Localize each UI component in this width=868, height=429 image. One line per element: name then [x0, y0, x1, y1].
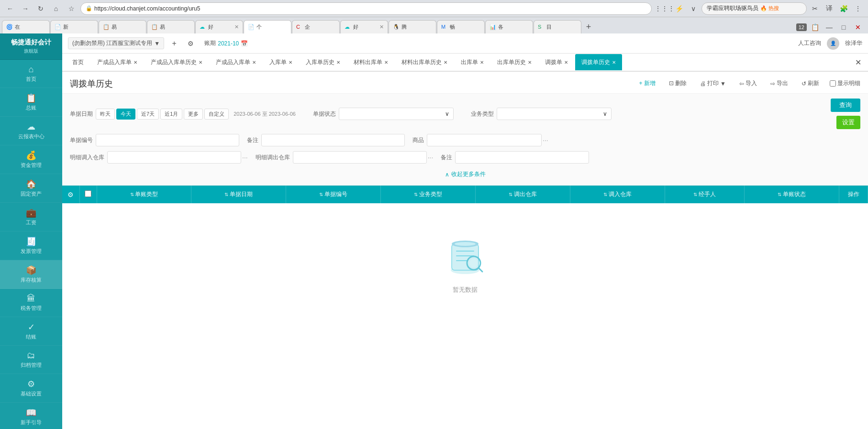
- sidebar-item-general-ledger[interactable]: 📋 总账: [0, 88, 62, 117]
- sidebar-item-reports[interactable]: ☁ 云报表中心: [0, 117, 62, 145]
- detail-in-input[interactable]: [107, 151, 241, 164]
- company-selector[interactable]: (勿删勿禁用) 江西服宝测试专用 ▼: [68, 37, 164, 49]
- reload-button[interactable]: ↻: [34, 2, 47, 15]
- lightning-icon-btn[interactable]: ⚡: [673, 2, 685, 15]
- sidebar-item-home[interactable]: ⌂ 首页: [0, 60, 62, 88]
- tab-5-close[interactable]: ✕: [233, 24, 239, 30]
- page-tab-in[interactable]: 入库单 ✕: [263, 54, 299, 70]
- tab-out-close[interactable]: ✕: [480, 60, 484, 65]
- th-doc-status[interactable]: 单账状态: [745, 186, 839, 203]
- page-tab-transfer-history[interactable]: 调拨单历史 ✕: [575, 54, 622, 70]
- date-btn-custom[interactable]: 自定义: [204, 109, 229, 120]
- th-doc-date[interactable]: 单据日期: [191, 186, 286, 203]
- extensions-icon-btn[interactable]: 🧩: [837, 2, 850, 15]
- sidebar-item-settings[interactable]: ⚙ 基础设置: [0, 374, 62, 403]
- tab-product-in-close[interactable]: ✕: [134, 60, 137, 65]
- show-cols-checkbox-label[interactable]: 显示明细: [830, 79, 860, 88]
- window-close-btn[interactable]: ✕: [852, 21, 864, 33]
- tab-menu-btn[interactable]: 📋: [809, 21, 821, 33]
- sidebar-item-payroll[interactable]: 💼 工资: [0, 203, 62, 231]
- date-btn-more[interactable]: 更多: [184, 109, 203, 120]
- browser-tab-9[interactable]: 🐧 腾: [389, 20, 436, 33]
- gear-icon[interactable]: ⚙: [67, 191, 74, 198]
- calendar-icon[interactable]: 📅: [241, 40, 248, 47]
- forward-button[interactable]: →: [19, 2, 32, 15]
- status-select[interactable]: ∨: [339, 108, 454, 120]
- refresh-button[interactable]: ↺ 刷新: [797, 77, 824, 89]
- goods-more-icon[interactable]: ···: [543, 136, 548, 144]
- home-button[interactable]: ⌂: [50, 2, 62, 15]
- star-button[interactable]: ☆: [65, 2, 78, 15]
- header-settings-btn[interactable]: ⚙: [184, 37, 197, 50]
- th-doc-no[interactable]: 单据编号: [286, 186, 381, 203]
- remark-input[interactable]: [261, 134, 405, 146]
- scissors-icon-btn[interactable]: ✂: [809, 2, 821, 15]
- th-handler[interactable]: 经手人: [665, 186, 745, 203]
- maximize-btn[interactable]: □: [837, 21, 850, 33]
- detail-out-more-icon[interactable]: ···: [428, 154, 434, 161]
- new-button[interactable]: + 新增: [634, 77, 660, 89]
- sidebar-item-inventory[interactable]: 📦 库存核算: [0, 260, 62, 289]
- chevron-down-btn[interactable]: ∨: [687, 2, 700, 15]
- detail-remark-input[interactable]: [455, 151, 589, 164]
- tab-in-close[interactable]: ✕: [289, 60, 292, 65]
- tab-in-history-close[interactable]: ✕: [336, 60, 340, 65]
- browser-tab-10[interactable]: M 畅: [437, 20, 485, 33]
- tab-product-in2-close[interactable]: ✕: [252, 60, 256, 65]
- translate-icon-btn[interactable]: 译: [823, 2, 835, 15]
- settings-button[interactable]: 设置: [836, 116, 860, 129]
- sidebar-item-fixed-assets[interactable]: 🏠 固定资产: [0, 174, 62, 203]
- detail-out-input[interactable]: [293, 151, 427, 164]
- browser-tab-7[interactable]: C 企: [292, 20, 340, 33]
- date-btn-7days[interactable]: 近7天: [137, 109, 159, 120]
- browser-tab-8[interactable]: ☁ 好 ✕: [340, 20, 388, 33]
- browser-tab-12[interactable]: S 目: [534, 20, 581, 33]
- date-btn-yesterday[interactable]: 昨天: [96, 109, 115, 120]
- import-button[interactable]: ⇦ 导入: [734, 77, 762, 89]
- sidebar-item-invoices[interactable]: 🧾 发票管理: [0, 231, 62, 260]
- delete-button[interactable]: ⊡ 删除: [664, 77, 691, 89]
- doc-no-input[interactable]: [96, 134, 239, 146]
- search-bar[interactable]: 学霸应聘职场驱鸟员 🔥 热搜: [701, 2, 807, 15]
- browser-tab-4[interactable]: 📋 易: [147, 20, 195, 33]
- th-out-warehouse[interactable]: 调出仓库: [475, 186, 570, 203]
- page-tab-material-out-history[interactable]: 材料出库单历史 ✕: [395, 54, 454, 70]
- sidebar-item-funds[interactable]: 💰 资金管理: [0, 145, 62, 174]
- th-in-warehouse[interactable]: 调入仓库: [570, 186, 665, 203]
- browser-tab-5[interactable]: ☁ 好 ✕: [195, 20, 243, 33]
- tab-material-out-history-close[interactable]: ✕: [444, 60, 447, 65]
- print-button[interactable]: 🖨 打印 ▼: [695, 77, 731, 89]
- close-all-tabs-btn[interactable]: ✕: [852, 56, 864, 68]
- tab-transfer-history-close[interactable]: ✕: [612, 60, 616, 65]
- query-button[interactable]: 查询: [831, 99, 860, 112]
- address-bar[interactable]: 🔒 https://cloud.chanjet.com/accounting/u…: [80, 2, 652, 15]
- user-avatar[interactable]: 👤: [827, 37, 839, 50]
- grid-icon-btn[interactable]: ⋮⋮⋮: [658, 2, 671, 15]
- page-tab-material-out[interactable]: 材料出库单 ✕: [347, 54, 394, 70]
- page-tab-product-in[interactable]: 产成品入库单 ✕: [91, 54, 144, 70]
- support-label[interactable]: 人工咨询: [798, 39, 821, 47]
- browser-tab-3[interactable]: 📋 易: [99, 20, 146, 33]
- th-gear[interactable]: ⚙: [62, 186, 79, 203]
- add-company-btn[interactable]: +: [168, 37, 180, 50]
- date-btn-today[interactable]: 今天: [116, 109, 135, 120]
- tab-product-in-history-close[interactable]: ✕: [199, 60, 202, 65]
- browser-tab-6[interactable]: 📄 个: [244, 20, 291, 33]
- page-tab-product-in2[interactable]: 产成品入库单 ✕: [210, 54, 262, 70]
- tab-out-history-close[interactable]: ✕: [528, 60, 532, 65]
- tab-transfer-close[interactable]: ✕: [564, 60, 568, 65]
- export-button[interactable]: ⇨ 导出: [766, 77, 793, 89]
- tab-material-out-close[interactable]: ✕: [384, 60, 388, 65]
- date-btn-1month[interactable]: 近1月: [160, 109, 182, 120]
- th-doc-type[interactable]: 单账类型: [97, 186, 191, 203]
- page-tab-product-in-history[interactable]: 产成品入库单历史 ✕: [145, 54, 209, 70]
- browser-tab-2[interactable]: 📄 新: [50, 20, 98, 33]
- page-tab-in-history[interactable]: 入库单历史 ✕: [300, 54, 346, 70]
- page-tab-transfer[interactable]: 调拨单 ✕: [539, 54, 574, 70]
- sidebar-item-tax[interactable]: 🏛 税务管理: [0, 289, 62, 317]
- browser-tab-1[interactable]: 🌀 在: [2, 20, 50, 33]
- new-tab-button[interactable]: +: [582, 20, 595, 33]
- more-icon-btn[interactable]: ⋮: [852, 2, 864, 15]
- goods-input[interactable]: [427, 134, 542, 146]
- sidebar-item-archive[interactable]: 🗂 归档管理: [0, 346, 62, 374]
